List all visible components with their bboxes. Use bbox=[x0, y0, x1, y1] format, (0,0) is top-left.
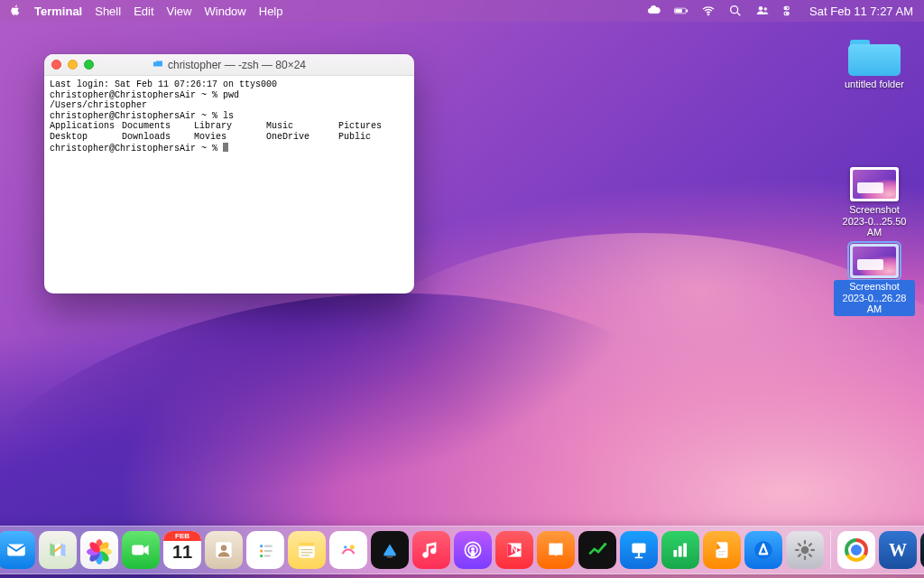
terminal-line: Last login: Sat Feb 11 07:26:17 on ttys0… bbox=[50, 79, 277, 89]
svg-rect-44 bbox=[632, 543, 645, 553]
wifi-status-icon[interactable] bbox=[701, 4, 716, 18]
desktop-screenshot-2[interactable]: Screenshot 2023-0...26.28 AM bbox=[834, 244, 915, 316]
dock-settings-icon[interactable] bbox=[786, 531, 824, 569]
dock-photos-icon[interactable] bbox=[80, 531, 118, 569]
svg-rect-52 bbox=[718, 554, 725, 555]
dock-chrome-icon[interactable] bbox=[837, 531, 875, 569]
window-title: christopher — -zsh — 80×24 bbox=[168, 59, 306, 71]
dock-facetime-icon[interactable] bbox=[122, 531, 160, 569]
svg-rect-27 bbox=[264, 550, 273, 552]
menubar: Terminal Shell Edit View Window Help Sat… bbox=[0, 0, 924, 22]
svg-rect-31 bbox=[299, 542, 314, 545]
menubar-app-name[interactable]: Terminal bbox=[34, 5, 82, 18]
svg-point-3 bbox=[707, 14, 709, 15]
terminal-prompt: christopher@ChristophersAir ~ % bbox=[50, 144, 223, 154]
screenshot-thumbnail-icon bbox=[850, 167, 899, 201]
svg-point-6 bbox=[759, 6, 762, 10]
svg-rect-51 bbox=[718, 551, 726, 552]
menubar-item-shell[interactable]: Shell bbox=[95, 5, 121, 18]
svg-point-41 bbox=[471, 547, 475, 551]
svg-rect-49 bbox=[683, 543, 687, 556]
svg-point-4 bbox=[731, 6, 738, 14]
desktop-screenshot-1[interactable]: Screenshot 2023-0...25.50 AM bbox=[834, 167, 915, 239]
dock: FEB11NW bbox=[0, 526, 924, 574]
terminal-line: /Users/christopher bbox=[50, 100, 147, 110]
battery-status-icon[interactable] bbox=[674, 4, 688, 18]
desktop-folder-untitled[interactable]: untitled folder bbox=[834, 38, 915, 91]
ls-entry: Documents bbox=[122, 121, 194, 132]
dock-music-icon[interactable] bbox=[412, 531, 450, 569]
dock-notes-icon[interactable] bbox=[288, 531, 326, 569]
menubar-datetime[interactable]: Sat Feb 11 7:27 AM bbox=[809, 5, 913, 18]
menubar-item-view[interactable]: View bbox=[167, 5, 192, 18]
ls-entry: Public bbox=[338, 132, 411, 143]
svg-point-24 bbox=[260, 545, 263, 547]
terminal-window[interactable]: christopher — -zsh — 80×24 Last login: S… bbox=[44, 54, 414, 294]
svg-line-59 bbox=[798, 543, 800, 545]
svg-rect-48 bbox=[679, 546, 682, 557]
dock-stocks-icon[interactable] bbox=[578, 531, 616, 569]
svg-line-61 bbox=[808, 543, 811, 545]
dock-steam-icon[interactable] bbox=[920, 531, 924, 569]
dock-podcasts-icon[interactable] bbox=[454, 531, 492, 569]
svg-rect-46 bbox=[635, 557, 643, 559]
svg-point-26 bbox=[260, 549, 263, 552]
svg-point-36 bbox=[344, 545, 346, 548]
svg-point-7 bbox=[764, 8, 767, 11]
svg-point-11 bbox=[786, 13, 788, 14]
ls-entry: Library bbox=[194, 121, 266, 132]
terminal-content[interactable]: Last login: Sat Feb 11 07:26:17 on ttys0… bbox=[44, 76, 414, 294]
ls-entry: Movies bbox=[194, 132, 266, 143]
ls-entry: Pictures bbox=[338, 121, 411, 132]
window-zoom-button[interactable] bbox=[84, 60, 94, 70]
apple-menu-icon[interactable] bbox=[9, 4, 22, 19]
ls-entry: Music bbox=[266, 121, 338, 132]
dock-calendar-icon[interactable]: FEB11 bbox=[163, 531, 201, 569]
window-close-button[interactable] bbox=[51, 60, 61, 70]
dock-maps-icon[interactable] bbox=[39, 531, 77, 569]
spotlight-search-icon[interactable] bbox=[728, 4, 743, 18]
window-titlebar[interactable]: christopher — -zsh — 80×24 bbox=[44, 54, 414, 76]
ls-entry: Applications bbox=[50, 121, 122, 132]
dock-separator bbox=[830, 531, 831, 569]
window-minimize-button[interactable] bbox=[68, 60, 78, 70]
svg-rect-32 bbox=[301, 549, 313, 550]
home-folder-icon bbox=[152, 58, 163, 71]
dock-word-icon[interactable]: W bbox=[879, 531, 917, 569]
dock-keynote-icon[interactable] bbox=[620, 531, 658, 569]
svg-point-22 bbox=[221, 545, 227, 552]
control-center-icon[interactable] bbox=[782, 4, 797, 18]
svg-point-54 bbox=[801, 546, 809, 555]
dock-news-icon[interactable]: N bbox=[495, 531, 533, 569]
menubar-item-edit[interactable]: Edit bbox=[134, 5, 153, 18]
svg-rect-25 bbox=[264, 545, 273, 547]
dock-pages-icon[interactable] bbox=[703, 531, 741, 569]
svg-line-5 bbox=[737, 13, 740, 15]
dock-appstore-icon[interactable] bbox=[744, 531, 782, 569]
svg-text:N: N bbox=[511, 544, 518, 555]
desktop-icon-label: Screenshot 2023-0...26.28 AM bbox=[834, 280, 915, 316]
onedrive-status-icon[interactable] bbox=[647, 4, 661, 18]
terminal-line: christopher@ChristophersAir ~ % pwd bbox=[50, 90, 239, 100]
dock-numbers-icon[interactable] bbox=[661, 531, 699, 569]
user-switch-icon[interactable] bbox=[755, 4, 770, 18]
svg-rect-34 bbox=[301, 555, 310, 555]
dock-reminders-icon[interactable] bbox=[246, 531, 284, 569]
svg-rect-38 bbox=[387, 556, 393, 558]
svg-point-28 bbox=[260, 555, 263, 557]
svg-line-62 bbox=[798, 554, 800, 556]
svg-rect-19 bbox=[7, 545, 25, 556]
dock-books-icon[interactable] bbox=[537, 531, 575, 569]
desktop[interactable]: Terminal Shell Edit View Window Help Sat… bbox=[0, 0, 924, 578]
terminal-line: christopher@ChristophersAir ~ % ls bbox=[50, 111, 234, 121]
dock-tv-icon[interactable] bbox=[371, 531, 409, 569]
menubar-item-help[interactable]: Help bbox=[259, 5, 283, 18]
menubar-item-window[interactable]: Window bbox=[205, 5, 246, 18]
screenshot-thumbnail-icon bbox=[850, 244, 899, 278]
desktop-icon-label: untitled folder bbox=[842, 78, 907, 91]
dock-freeform-icon[interactable] bbox=[329, 531, 367, 569]
dock-mail-icon[interactable] bbox=[0, 531, 35, 569]
dock-contacts-icon[interactable] bbox=[205, 531, 243, 569]
ls-entry: OneDrive bbox=[266, 132, 338, 143]
svg-rect-33 bbox=[301, 552, 313, 553]
